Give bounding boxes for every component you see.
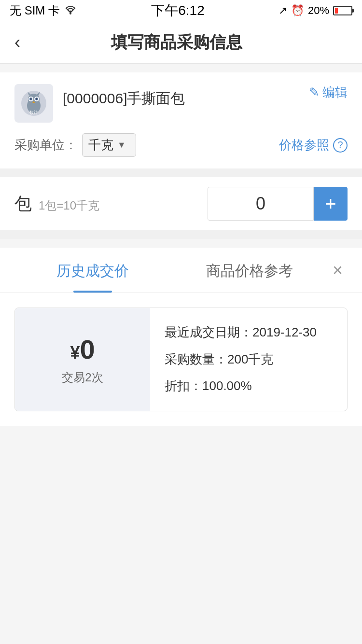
discount-value: 100.00% [202, 378, 252, 393]
trade-count: 交易2次 [62, 370, 103, 385]
wifi-icon [64, 4, 77, 17]
tab-close-button[interactable]: × [328, 255, 348, 285]
price-ref-label: 价格参照 [279, 137, 329, 154]
tab-price-reference[interactable]: 商品价格参考 [171, 248, 327, 293]
status-right: ↗ ⏰ 20% [278, 4, 352, 17]
battery-icon [333, 6, 352, 15]
latest-date-label: 最近成交日期： [165, 325, 252, 339]
quantity-row-detail: 采购数量：200千克 [165, 350, 333, 370]
discount-row: 折扣：100.00% [165, 376, 333, 396]
page-title: 填写商品采购信息 [25, 31, 328, 54]
latest-date-value: 2019-12-30 [252, 325, 317, 339]
price-value: 0 [80, 334, 95, 364]
location-icon: ↗ [278, 4, 287, 17]
quantity-unit-info: 包 1包=10千克 [14, 192, 99, 216]
tab-price-reference-label: 商品价格参考 [206, 263, 293, 279]
price-reference-button[interactable]: 价格参照 ? [279, 137, 348, 154]
tab-header: 历史成交价 商品价格参考 × [0, 248, 362, 293]
product-left: 数计 [0000006]手撕面包 [14, 84, 185, 123]
quantity-label: 采购数量： [165, 352, 227, 366]
nav-bar: ‹ 填写商品采购信息 [0, 21, 362, 64]
quantity-unit-sub: 1包=10千克 [39, 198, 99, 213]
edit-icon: ✎ [309, 85, 320, 100]
quantity-input-group: + [208, 187, 348, 221]
quantity-value: 200千克 [227, 352, 273, 366]
carrier-text: 无 SIM 卡 [10, 3, 60, 18]
battery-percent: 20% [308, 4, 329, 17]
tab-section: 历史成交价 商品价格参考 × ¥0 交易2次 最近成交日期：2019-12-30… [0, 248, 362, 426]
product-unit-row: 采购单位： 千克 ▼ 价格参照 ? [14, 133, 348, 157]
quantity-input[interactable] [208, 187, 314, 221]
help-icon: ? [333, 138, 348, 153]
svg-point-11 [36, 98, 38, 100]
dropdown-arrow-icon: ▼ [117, 140, 126, 150]
unit-select[interactable]: 千克 ▼ [82, 133, 136, 157]
svg-text:数计: 数计 [29, 110, 38, 115]
price-amount: ¥0 [70, 334, 95, 365]
tab-history-price[interactable]: 历史成交价 [14, 248, 171, 293]
product-header: 数计 [0000006]手撕面包 ✎ 编辑 [14, 84, 348, 123]
price-left-panel: ¥0 交易2次 [15, 308, 150, 411]
quantity-unit-name: 包 [14, 192, 32, 216]
price-right-panel: 最近成交日期：2019-12-30 采购数量：200千克 折扣：100.00% [150, 308, 347, 411]
section-divider [0, 168, 362, 177]
product-thumbnail: 数计 [14, 84, 53, 123]
back-button[interactable]: ‹ [14, 28, 25, 57]
product-name: [0000006]手撕面包 [63, 89, 185, 109]
product-card: 数计 [0000006]手撕面包 ✎ 编辑 采购单位： 千克 ▼ 价格参照 ? [0, 72, 362, 168]
quantity-plus-button[interactable]: + [314, 187, 348, 221]
status-bar: 无 SIM 卡 下午6:12 ↗ ⏰ 20% [0, 0, 362, 21]
time-display: 下午6:12 [151, 1, 205, 20]
owl-logo-icon: 数计 [19, 89, 48, 118]
alarm-icon: ⏰ [291, 4, 304, 17]
edit-label: 编辑 [322, 84, 348, 101]
tab-history-price-label: 历史成交价 [56, 263, 129, 279]
status-left: 无 SIM 卡 [10, 3, 77, 18]
tab-content: ¥0 交易2次 最近成交日期：2019-12-30 采购数量：200千克 折扣：… [0, 293, 362, 426]
price-card: ¥0 交易2次 最近成交日期：2019-12-30 采购数量：200千克 折扣：… [14, 308, 348, 411]
latest-date-row: 最近成交日期：2019-12-30 [165, 322, 333, 343]
svg-point-10 [30, 98, 32, 100]
unit-label: 采购单位： [14, 137, 77, 154]
unit-value: 千克 [88, 137, 113, 154]
svg-point-0 [70, 13, 71, 14]
discount-label: 折扣： [165, 378, 202, 393]
currency-symbol: ¥ [70, 343, 80, 363]
section-divider-2 [0, 230, 362, 239]
quantity-row: 包 1包=10千克 + [0, 177, 362, 230]
edit-button[interactable]: ✎ 编辑 [309, 84, 348, 101]
